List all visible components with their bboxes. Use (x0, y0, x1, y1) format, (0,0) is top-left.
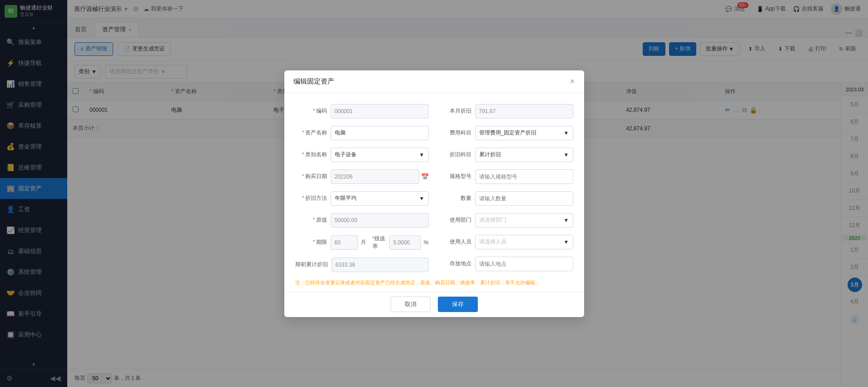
form-row-expense-account: 费用科目 管理费用_固定资产折旧 ▼ (440, 126, 573, 140)
form-row-depreciation-account: 折旧科目 累计折旧 ▼ (440, 148, 573, 162)
form-row-person: 使用人员 请选择人员 ▼ (440, 235, 573, 249)
expense-account-select[interactable]: 管理费用_固定资产折旧 ▼ (475, 126, 573, 140)
period-unit: 月 (361, 238, 366, 246)
spec-label: 规格型号 (440, 173, 471, 180)
modal-right-col: 本月折旧 费用科目 管理费用_固定资产折旧 ▼ 折旧科目 累计折旧 (440, 104, 573, 272)
purchase-date-input[interactable] (331, 169, 419, 184)
depreciation-method-select[interactable]: 年限平均 ▼ (331, 191, 429, 206)
name-label: *资产名称 (295, 129, 327, 137)
depreciation-method-label: *折旧方法 (295, 194, 327, 202)
residual-rate-unit: % (424, 239, 429, 246)
form-row-depreciation-method: *折旧方法 年限平均 ▼ (295, 191, 429, 206)
modal-header: 编辑固定资产 × (284, 70, 584, 93)
edit-asset-modal: 编辑固定资产 × *编码 *资产名称 *类别名称 (284, 70, 584, 317)
original-value-input[interactable] (331, 213, 429, 228)
quantity-label: 数量 (440, 194, 471, 202)
spec-input[interactable] (475, 169, 573, 184)
form-row-purchase-date: *购买日期 📅 (295, 169, 429, 184)
code-input[interactable] (331, 104, 429, 119)
expense-account-chevron-icon: ▼ (564, 130, 569, 136)
form-row-location: 存放地点 (440, 257, 573, 271)
form-row-spec: 规格型号 (440, 169, 573, 184)
modal-title: 编辑固定资产 (293, 77, 334, 86)
initial-depreciation-input[interactable] (332, 258, 429, 272)
form-row-original-value: *原值 (295, 213, 429, 228)
residual-rate-input[interactable] (389, 235, 421, 250)
quantity-input[interactable] (475, 191, 573, 206)
category-chevron-down-icon: ▼ (419, 152, 425, 158)
form-row-initial-depreciation: 期初累计折旧 (295, 258, 429, 272)
modal-close-btn[interactable]: × (570, 77, 575, 86)
modal-overlay: 编辑固定资产 × *编码 *资产名称 *类别名称 (0, 0, 868, 387)
cancel-button[interactable]: 取消 (391, 297, 431, 312)
category-label: *类别名称 (295, 151, 327, 159)
purchase-date-label: *购买日期 (295, 173, 327, 180)
department-chevron-icon: ▼ (564, 217, 569, 223)
save-button[interactable]: 保存 (438, 297, 478, 312)
form-row-category: *类别名称 电子设备 ▼ (295, 148, 429, 162)
person-placeholder: 请选择人员 (479, 238, 506, 246)
period-input[interactable] (331, 235, 358, 250)
department-select[interactable]: 请选择部门 ▼ (475, 213, 573, 228)
modal-note: 注：已经存在变更记录或者对应固定资产已经生成凭证，原值、购买日期、残值率、累计折… (284, 279, 584, 292)
residual-rate-label: *残值率 (372, 235, 387, 250)
form-row-monthly-depreciation: 本月折旧 (440, 104, 573, 119)
modal-left-col: *编码 *资产名称 *类别名称 电子设备 ▼ (295, 104, 429, 272)
form-row-period: *期限 月 *残值率 % (295, 235, 429, 250)
expense-account-value: 管理费用_固定资产折旧 (479, 129, 537, 137)
depreciation-account-select[interactable]: 累计折旧 ▼ (475, 148, 573, 162)
department-label: 使用部门 (440, 216, 471, 224)
location-label: 存放地点 (440, 260, 471, 268)
depreciation-account-label: 折旧科目 (440, 151, 471, 159)
form-row-code: *编码 (295, 104, 429, 119)
location-input[interactable] (475, 257, 573, 271)
person-label: 使用人员 (440, 238, 471, 246)
person-chevron-icon: ▼ (564, 239, 569, 245)
form-row-name: *资产名称 (295, 126, 429, 140)
initial-depreciation-label: 期初累计折旧 (295, 261, 328, 268)
depreciation-method-value: 年限平均 (335, 194, 357, 202)
department-placeholder: 请选择部门 (479, 216, 506, 224)
form-row-quantity: 数量 (440, 191, 573, 206)
period-label: *期限 (295, 238, 327, 246)
calendar-icon[interactable]: 📅 (421, 173, 429, 180)
depreciation-method-chevron-icon: ▼ (419, 195, 425, 202)
form-row-department: 使用部门 请选择部门 ▼ (440, 213, 573, 228)
original-value-label: *原值 (295, 216, 327, 224)
modal-footer: 取消 保存 (284, 292, 584, 317)
modal-body: *编码 *资产名称 *类别名称 电子设备 ▼ (284, 93, 584, 279)
code-label: *编码 (295, 107, 327, 115)
depreciation-account-chevron-icon: ▼ (564, 152, 569, 158)
expense-account-label: 费用科目 (440, 129, 471, 137)
category-select[interactable]: 电子设备 ▼ (331, 148, 429, 162)
person-select[interactable]: 请选择人员 ▼ (475, 235, 573, 249)
monthly-depreciation-label: 本月折旧 (440, 107, 471, 115)
category-select-value: 电子设备 (335, 151, 357, 159)
monthly-depreciation-input (475, 104, 573, 119)
depreciation-account-value: 累计折旧 (479, 151, 501, 159)
name-input[interactable] (331, 126, 429, 140)
